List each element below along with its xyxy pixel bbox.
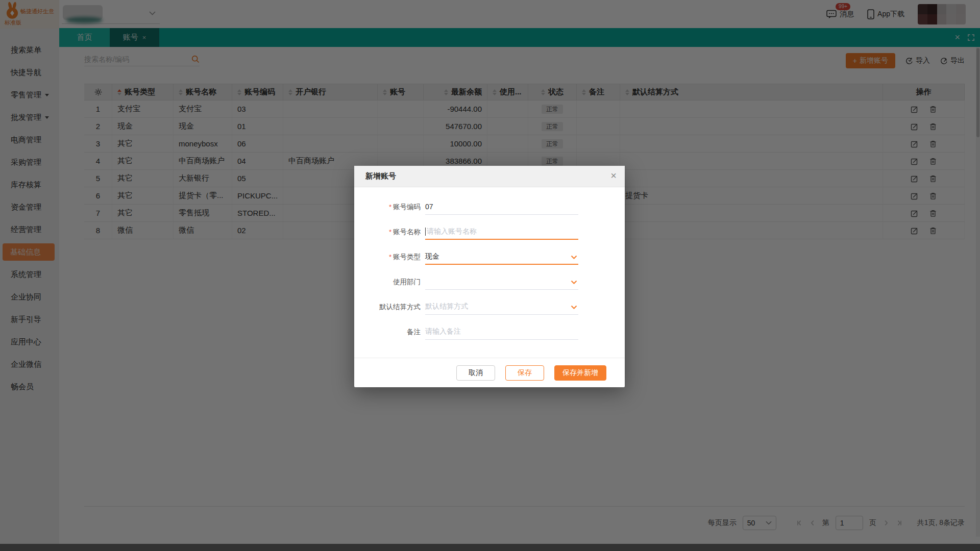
close-icon[interactable]: × [610, 170, 617, 182]
save-and-new-button[interactable]: 保存并新增 [554, 365, 606, 381]
save-button[interactable]: 保存 [505, 365, 544, 381]
field-label-text: 默认结算方式 [379, 303, 421, 311]
field-placeholder: 请输入备注 [425, 327, 461, 336]
field-placeholder: 请输入账号名称 [427, 227, 477, 236]
field-label: *账号编码 [354, 203, 421, 212]
field-label-text: 账号名称 [393, 228, 421, 236]
field-label-text: 备注 [407, 328, 421, 336]
add-account-modal: 新增账号 × *账号编码07*账号名称请输入账号名称*账号类型现金 使用部门 默… [354, 166, 625, 387]
text-cursor [425, 228, 426, 236]
form-row-4: 使用部门 [354, 269, 625, 294]
field-input-6[interactable]: 请输入备注 [425, 324, 578, 340]
field-input-2[interactable]: 请输入账号名称 [425, 224, 578, 240]
field-label: *账号类型 [354, 253, 421, 262]
field-label-text: 使用部门 [393, 278, 421, 286]
field-input-5[interactable]: 默认结算方式 [425, 299, 578, 315]
field-input-1[interactable]: 07 [425, 199, 578, 215]
form-row-2: *账号名称请输入账号名称 [354, 219, 625, 244]
cancel-button[interactable]: 取消 [456, 365, 495, 381]
field-label: 默认结算方式 [354, 303, 421, 312]
modal-title: 新增账号 [365, 171, 396, 181]
field-placeholder: 默认结算方式 [425, 302, 468, 311]
chevron-down-icon[interactable] [571, 280, 577, 285]
field-label: 备注 [354, 328, 421, 337]
modal-body: *账号编码07*账号名称请输入账号名称*账号类型现金 使用部门 默认结算方式默认… [354, 187, 625, 344]
required-star: * [389, 253, 391, 261]
chevron-down-icon[interactable] [571, 305, 577, 310]
form-row-5: 默认结算方式默认结算方式 [354, 294, 625, 319]
field-value: 现金 [425, 252, 439, 261]
field-input-4[interactable] [425, 274, 578, 290]
field-label-text: 账号类型 [393, 253, 421, 261]
required-star: * [389, 203, 391, 211]
form-row-3: *账号类型现金 [354, 244, 625, 269]
required-star: * [389, 228, 391, 236]
field-input-3[interactable]: 现金 [425, 249, 578, 265]
field-label: *账号名称 [354, 228, 421, 237]
modal-header: 新增账号 × [354, 166, 625, 187]
field-value: 07 [425, 203, 433, 211]
chevron-down-icon[interactable] [571, 255, 577, 260]
modal-footer: 取消 保存 保存并新增 [354, 358, 625, 387]
form-row-1: *账号编码07 [354, 194, 625, 219]
field-label: 使用部门 [354, 278, 421, 287]
form-row-6: 备注请输入备注 [354, 319, 625, 344]
field-label-text: 账号编码 [393, 203, 421, 211]
